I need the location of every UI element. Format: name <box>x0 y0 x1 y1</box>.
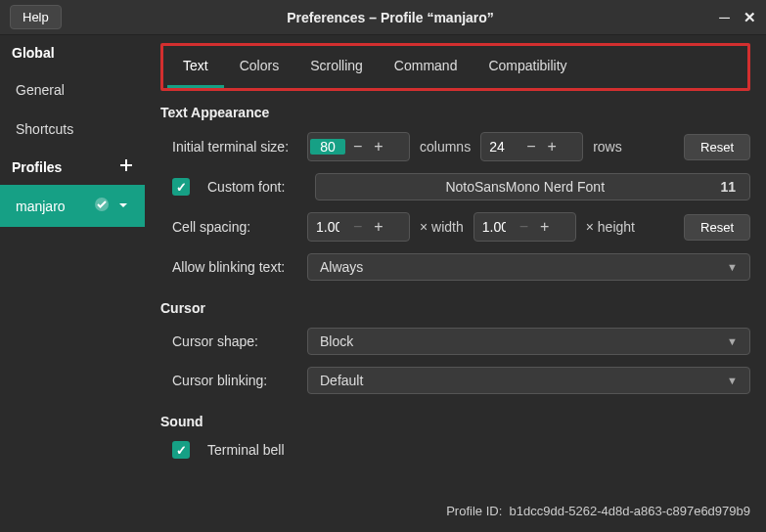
tab-colors[interactable]: Colors <box>224 46 294 88</box>
cursor-blink-select[interactable]: Default ▼ <box>307 367 750 394</box>
cursor-shape-value: Block <box>320 333 353 349</box>
cell-height-unit: × height <box>586 219 635 235</box>
initial-size-label: Initial terminal size: <box>160 139 297 155</box>
content-panel: Text Colors Scrolling Command Compatibil… <box>145 35 766 532</box>
blink-value: Always <box>320 259 363 275</box>
font-name: NotoSansMono Nerd Font <box>330 179 720 195</box>
tabbar: Text Colors Scrolling Command Compatibil… <box>167 46 743 88</box>
sidebar-global-label: Global <box>12 45 55 61</box>
profile-name-label: manjaro <box>16 199 66 214</box>
titlebar: Help Preferences – Profile “manjaro” ─ ✕ <box>0 0 766 35</box>
minimize-button[interactable]: ─ <box>719 9 730 25</box>
cursor-shape-label: Cursor shape: <box>160 333 297 349</box>
sidebar-item-general[interactable]: General <box>0 70 145 110</box>
tab-command[interactable]: Command <box>379 46 473 88</box>
section-text-appearance: Text Appearance <box>160 105 750 120</box>
sidebar-global-header: Global <box>0 35 145 70</box>
reset-size-button[interactable]: Reset <box>684 134 750 160</box>
check-icon <box>94 197 110 215</box>
rows-stepper[interactable]: − + <box>480 132 583 161</box>
font-size: 11 <box>720 179 736 195</box>
rows-input[interactable] <box>481 139 520 155</box>
cell-height-decrement-icon[interactable]: − <box>514 218 534 236</box>
add-profile-icon[interactable] <box>119 158 133 175</box>
window-title: Preferences – Profile “manjaro” <box>62 10 720 25</box>
rows-increment-icon[interactable]: + <box>541 138 562 155</box>
font-chooser-button[interactable]: NotoSansMono Nerd Font 11 <box>315 173 750 200</box>
cell-width-decrement-icon[interactable]: − <box>347 218 368 236</box>
profile-id-label: Profile ID: <box>446 504 502 518</box>
chevron-down-icon: ▼ <box>727 375 738 386</box>
profile-id-value: b1dcc9dd-5262-4d8d-a863-c897e6d979b9 <box>510 504 751 518</box>
cell-height-stepper[interactable]: − + <box>473 212 576 242</box>
columns-stepper[interactable]: − + <box>307 132 410 161</box>
columns-decrement-icon[interactable]: − <box>347 138 368 155</box>
terminal-bell-label: Terminal bell <box>207 442 285 458</box>
section-cursor: Cursor <box>160 300 750 316</box>
cursor-shape-select[interactable]: Block ▼ <box>307 328 750 355</box>
columns-increment-icon[interactable]: + <box>368 138 388 155</box>
help-button[interactable]: Help <box>10 5 62 29</box>
custom-font-checkbox[interactable] <box>172 178 190 196</box>
rows-decrement-icon[interactable]: − <box>520 138 541 155</box>
cell-spacing-label: Cell spacing: <box>160 219 297 235</box>
tab-compatibility[interactable]: Compatibility <box>473 46 582 88</box>
tab-scrolling[interactable]: Scrolling <box>294 46 379 88</box>
tabs-highlight-box: Text Colors Scrolling Command Compatibil… <box>160 43 750 91</box>
cell-width-unit: × width <box>420 219 464 235</box>
sidebar-profiles-header: Profiles <box>0 149 145 185</box>
rows-unit: rows <box>593 139 622 155</box>
cell-height-input[interactable] <box>474 219 514 235</box>
cursor-blink-label: Cursor blinking: <box>160 373 297 388</box>
chevron-down-icon: ▼ <box>727 335 738 347</box>
footer: Profile ID: b1dcc9dd-5262-4d8d-a863-c897… <box>160 494 750 532</box>
sidebar-profiles-label: Profiles <box>12 159 62 175</box>
tab-text[interactable]: Text <box>167 46 224 88</box>
custom-font-label: Custom font: <box>207 179 305 195</box>
reset-spacing-button[interactable]: Reset <box>684 214 750 241</box>
section-sound: Sound <box>160 414 750 429</box>
chevron-down-icon: ▼ <box>727 261 738 273</box>
blink-label: Allow blinking text: <box>160 259 297 275</box>
columns-input[interactable] <box>310 139 345 155</box>
cursor-blink-value: Default <box>320 373 363 388</box>
close-button[interactable]: ✕ <box>743 9 756 26</box>
cell-width-input[interactable] <box>308 219 347 235</box>
cell-width-stepper[interactable]: − + <box>307 212 410 242</box>
sidebar-item-manjaro[interactable]: manjaro <box>0 185 145 227</box>
terminal-bell-checkbox[interactable] <box>172 441 190 459</box>
cell-height-increment-icon[interactable]: + <box>534 218 555 236</box>
sidebar-item-shortcuts[interactable]: Shortcuts <box>0 110 145 149</box>
columns-unit: columns <box>420 139 471 155</box>
sidebar: Global General Shortcuts Profiles manjar… <box>0 35 145 532</box>
blink-select[interactable]: Always ▼ <box>307 253 750 281</box>
cell-width-increment-icon[interactable]: + <box>368 218 388 236</box>
profile-menu-icon[interactable] <box>117 199 129 214</box>
